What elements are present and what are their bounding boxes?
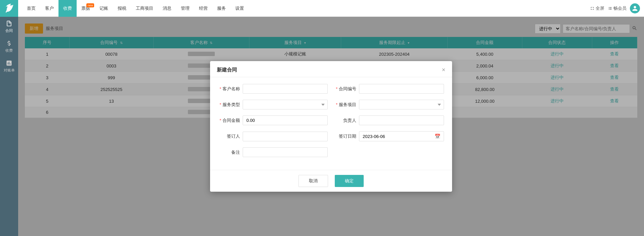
service-item-select[interactable] xyxy=(359,100,444,109)
sidebar-item-contract[interactable]: 合同 xyxy=(0,17,18,37)
topnav: 首页 客户 收费 票据 new 记账 报税 工商项目 消息 管理 经营 xyxy=(18,0,644,17)
nav-settings[interactable]: 设置 xyxy=(231,0,249,17)
form-row-1: 客户名称 合同编号 xyxy=(218,84,444,94)
contract-no-label: 合同编号 xyxy=(334,86,356,92)
nav-accounting[interactable]: 记账 xyxy=(95,0,113,17)
nav-badge-new: new xyxy=(86,3,94,7)
calendar-icon[interactable]: 📅 xyxy=(435,134,440,139)
amount-input[interactable] xyxy=(243,115,328,125)
sign-date-field[interactable]: 2023-06-06 📅 xyxy=(359,131,444,141)
contract-icon xyxy=(6,20,12,27)
form-group-customer: 客户名称 xyxy=(218,84,328,94)
nav-business[interactable]: 工商项目 xyxy=(131,0,158,17)
form-group-sign-date: 签订日期 2023-06-06 📅 xyxy=(334,131,444,141)
amount-label: 合同金额 xyxy=(218,117,240,124)
form-group-service-type: 服务类型 xyxy=(218,100,328,109)
sidebar-item-fee[interactable]: 收费 xyxy=(0,37,18,56)
logo-icon xyxy=(4,3,14,13)
responsible-label: 负责人 xyxy=(334,117,356,124)
form-row-3: 合同金额 负责人 xyxy=(218,115,444,125)
notes-input[interactable] xyxy=(243,147,328,157)
service-type-label: 服务类型 xyxy=(218,102,240,108)
confirm-button[interactable]: 确定 xyxy=(335,175,364,187)
service-type-select[interactable] xyxy=(243,100,328,109)
nav-admin[interactable]: 管理 xyxy=(176,0,194,17)
avatar[interactable] xyxy=(630,3,640,13)
form-group-contract-no: 合同编号 xyxy=(334,84,444,94)
nav-message[interactable]: 消息 xyxy=(158,0,176,17)
modal-footer: 取消 确定 xyxy=(210,170,452,192)
sidebar: 合同 收费 对账单 xyxy=(0,0,18,236)
form-group-signer: 签订人 xyxy=(218,131,328,141)
customer-label: 客户名称 xyxy=(218,86,240,92)
member-icon xyxy=(608,6,612,11)
main-area: 首页 客户 收费 票据 new 记账 报税 工商项目 消息 管理 经营 xyxy=(18,0,644,236)
sidebar-item-fee-label: 收费 xyxy=(5,48,13,53)
modal-header: 新建合同 × xyxy=(210,61,452,77)
fullscreen-icon xyxy=(590,6,595,11)
modal-close-button[interactable]: × xyxy=(442,66,445,74)
responsible-input[interactable] xyxy=(359,115,444,125)
nav-customer[interactable]: 客户 xyxy=(40,0,58,17)
sign-date-label: 签订日期 xyxy=(334,133,356,139)
contract-no-input[interactable] xyxy=(359,84,444,94)
user-icon xyxy=(632,5,638,11)
app-logo xyxy=(0,0,18,17)
signer-input[interactable] xyxy=(243,132,328,141)
fullscreen-button[interactable]: 全屏 xyxy=(590,5,604,11)
service-item-label: 服务项目 xyxy=(334,102,356,108)
member-button[interactable]: 畅会员 xyxy=(608,5,627,11)
form-row-4: 签订人 签订日期 2023-06-06 📅 xyxy=(218,131,444,141)
nav-tax[interactable]: 报税 xyxy=(113,0,131,17)
signer-label: 签订人 xyxy=(218,133,240,139)
nav-right: 全屏 畅会员 xyxy=(590,3,640,13)
modal-body: 客户名称 合同编号 服务类型 xyxy=(210,77,452,170)
sign-date-value: 2023-06-06 xyxy=(363,134,385,139)
sidebar-item-contract-label: 合同 xyxy=(5,28,13,33)
notes-label: 备注 xyxy=(218,149,240,155)
form-group-amount: 合同金额 xyxy=(218,115,328,125)
form-row-5: 备注 xyxy=(218,147,444,157)
modal-overlay: 新建合同 × 客户名称 合同编号 xyxy=(18,17,644,236)
form-group-notes: 备注 xyxy=(218,147,328,157)
nav-operation[interactable]: 经营 xyxy=(194,0,212,17)
nav-home[interactable]: 首页 xyxy=(22,0,40,17)
statement-icon xyxy=(6,60,12,66)
form-group-responsible: 负责人 xyxy=(334,115,444,125)
new-contract-modal: 新建合同 × 客户名称 合同编号 xyxy=(210,61,452,192)
form-row-2: 服务类型 服务项目 xyxy=(218,100,444,109)
customer-input[interactable] xyxy=(243,84,328,94)
fee-icon xyxy=(6,40,12,47)
nav-invoice[interactable]: 票据 new xyxy=(77,0,95,17)
sidebar-item-statement-label: 对账单 xyxy=(4,68,15,73)
nav-service[interactable]: 服务 xyxy=(212,0,231,17)
cancel-button[interactable]: 取消 xyxy=(298,175,328,187)
modal-title: 新建合同 xyxy=(217,67,237,73)
form-group-service-item: 服务项目 xyxy=(334,100,444,109)
sidebar-item-statement[interactable]: 对账单 xyxy=(0,56,18,76)
content-area: 新增 服务项目 进行中 已完成 已取消 序号 合同编号 ⇅ 客户 xyxy=(18,17,644,236)
nav-fee[interactable]: 收费 xyxy=(58,0,77,17)
